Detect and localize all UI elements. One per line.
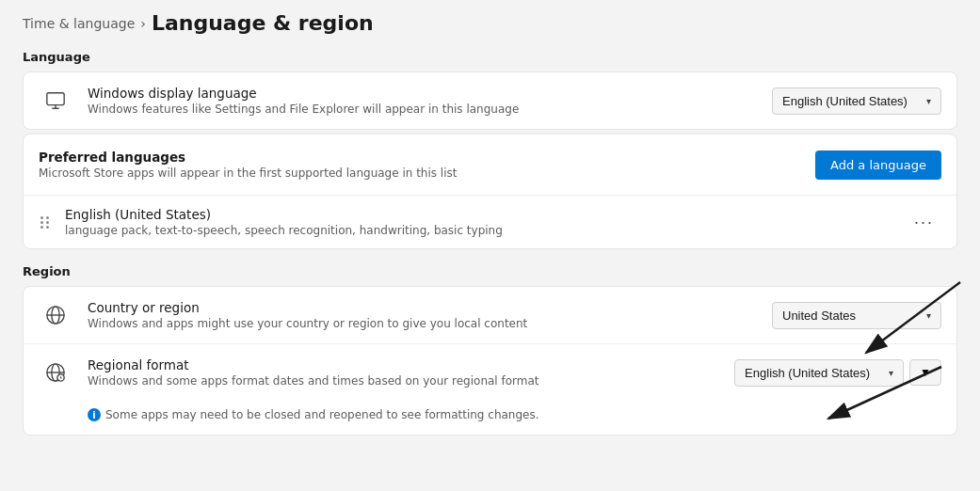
country-region-subtitle: Windows and apps might use your country … — [88, 317, 757, 330]
drag-dots — [40, 216, 50, 229]
country-region-dropdown[interactable]: United States ▾ — [772, 302, 941, 329]
regional-format-main: Regional format Windows and some apps fo… — [39, 357, 941, 388]
region-section-label: Region — [23, 264, 957, 278]
country-region-text: Country or region Windows and apps might… — [88, 300, 757, 330]
chevron-down-icon: ▾ — [926, 96, 931, 106]
preferred-languages-text: Preferred languages Microsoft Store apps… — [39, 150, 458, 180]
info-icon: i — [88, 408, 101, 421]
preferred-languages-title: Preferred languages — [39, 150, 458, 165]
svg-rect-0 — [47, 93, 64, 105]
windows-display-dropdown-value: English (United States) — [782, 94, 908, 108]
regional-format-text: Regional format Windows and some apps fo… — [88, 357, 719, 388]
windows-display-dropdown[interactable]: English (United States) ▾ — [772, 87, 941, 115]
monitor-icon — [39, 90, 72, 111]
english-us-row: English (United States) language pack, t… — [24, 195, 956, 248]
chevron-down-icon-3: ▾ — [889, 368, 893, 378]
country-region-title: Country or region — [88, 300, 757, 315]
country-region-control: United States ▾ — [772, 302, 941, 329]
chevron-down-icon-2: ▾ — [926, 310, 931, 321]
country-region-dropdown-value: United States — [782, 309, 856, 323]
globe-icon — [39, 305, 72, 325]
windows-display-language-card: Windows display language Windows feature… — [23, 71, 957, 130]
preferred-languages-header-row: Preferred languages Microsoft Store apps… — [24, 135, 956, 195]
country-region-row: Country or region Windows and apps might… — [24, 287, 956, 343]
drag-handle-icon[interactable] — [39, 214, 52, 230]
english-us-title: English (United States) — [65, 207, 893, 222]
breadcrumb: Time & language › Language & region — [23, 11, 957, 35]
regional-format-control: English (United States) ▾ ▼ — [734, 359, 941, 387]
windows-display-row: Windows display language Windows feature… — [24, 72, 956, 129]
more-options-button[interactable]: ··· — [907, 209, 941, 236]
preferred-languages-card: Preferred languages Microsoft Store apps… — [23, 134, 957, 249]
regional-format-dropdown-value: English (United States) — [745, 366, 870, 380]
english-us-subtitle: language pack, text-to-speech, speech re… — [65, 224, 893, 237]
windows-display-control: English (United States) ▾ — [772, 87, 941, 115]
windows-display-title: Windows display language — [88, 86, 757, 101]
english-us-text: English (United States) language pack, t… — [65, 207, 893, 237]
regional-format-note-text: Some apps may need to be closed and reop… — [105, 408, 539, 421]
windows-display-text: Windows display language Windows feature… — [88, 86, 757, 116]
regional-format-expand-button[interactable]: ▼ — [909, 359, 941, 386]
language-section-label: Language — [23, 50, 957, 64]
breadcrumb-parent[interactable]: Time & language — [23, 16, 135, 31]
regional-format-title: Regional format — [88, 357, 719, 372]
breadcrumb-separator: › — [140, 16, 146, 31]
regional-format-subtitle: Windows and some apps format dates and t… — [88, 374, 719, 388]
globe-clock-icon — [39, 362, 72, 383]
add-language-button[interactable]: Add a language — [815, 150, 941, 180]
regional-format-note: i Some apps may need to be closed and re… — [88, 408, 539, 421]
preferred-languages-subtitle: Microsoft Store apps will appear in the … — [39, 166, 458, 180]
windows-display-subtitle: Windows features like Settings and File … — [88, 103, 757, 116]
breadcrumb-current: Language & region — [152, 11, 374, 35]
region-card: Country or region Windows and apps might… — [23, 286, 957, 436]
regional-format-dropdown[interactable]: English (United States) ▾ — [734, 359, 904, 387]
regional-format-row: Regional format Windows and some apps fo… — [24, 343, 956, 435]
